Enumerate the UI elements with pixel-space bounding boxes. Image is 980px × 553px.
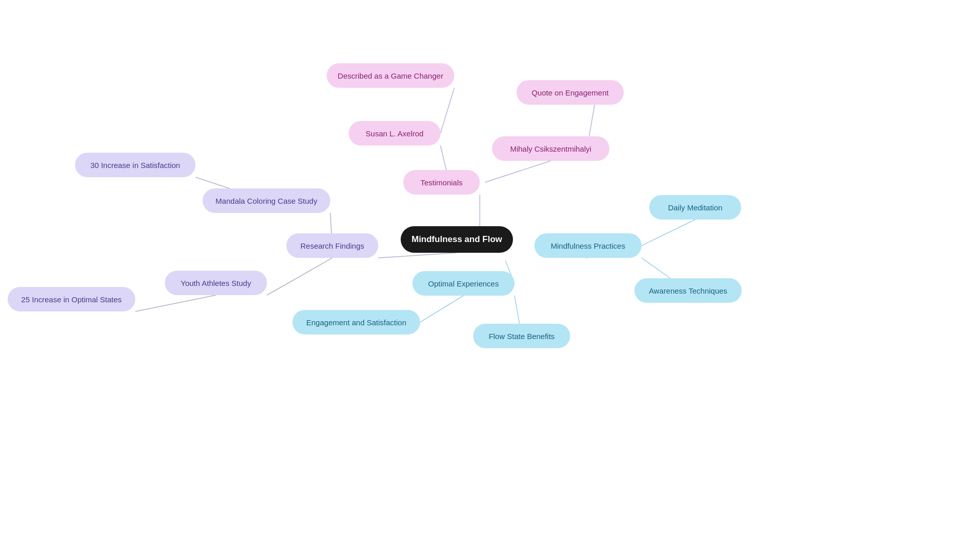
center-node[interactable]: Mindfulness and Flow [401,226,513,253]
svg-line-7 [440,88,454,133]
svg-line-4 [135,295,216,311]
optimal-experiences-node[interactable]: Optimal Experiences [412,271,514,296]
youth-athletes-node[interactable]: Youth Athletes Study [165,271,267,295]
svg-line-8 [485,161,551,182]
awareness-techniques-node[interactable]: Awareness Techniques [634,278,742,303]
daily-meditation-node[interactable]: Daily Meditation [649,195,741,220]
svg-line-0 [378,253,457,258]
svg-line-14 [420,296,463,322]
satisfaction-30-node[interactable]: 30 Increase in Satisfaction [75,153,195,177]
research-findings-node[interactable]: Research Findings [286,233,378,258]
svg-line-11 [642,220,695,246]
game-changer-node[interactable]: Described as a Game Changer [327,63,454,88]
optimal-25-node[interactable]: 25 Increase in Optimal States [8,287,135,311]
mihaly-node[interactable]: Mihaly Csikszentmihalyi [492,136,609,161]
flow-state-benefits-node[interactable]: Flow State Benefits [473,324,570,348]
susan-node[interactable]: Susan L. Axelrod [349,121,440,146]
mindfulness-practices-node[interactable]: Mindfulness Practices [534,233,642,258]
quote-engagement-node[interactable]: Quote on Engagement [517,80,624,105]
svg-line-3 [267,258,332,295]
engagement-satisfaction-node[interactable]: Engagement and Satisfaction [292,310,420,334]
mandala-node[interactable]: Mandala Coloring Case Study [203,188,330,213]
testimonials-node[interactable]: Testimonials [403,170,480,195]
